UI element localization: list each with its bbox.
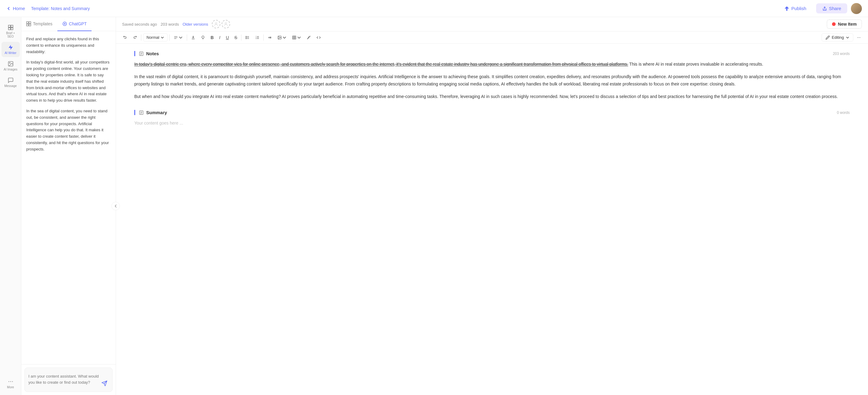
panel-paragraph-2: In the sea of digital content, you need … bbox=[26, 108, 111, 153]
sidebar-item-ai-images[interactable]: AI Images bbox=[2, 58, 20, 73]
share-button[interactable]: Share bbox=[816, 3, 847, 13]
notes-paragraph-2[interactable]: But when and how should you integrate AI… bbox=[134, 93, 850, 100]
topbar-right: Publish Share bbox=[778, 3, 862, 14]
editing-mode-selector[interactable]: Editing bbox=[822, 33, 854, 41]
summary-placeholder[interactable]: Your content goes here ... bbox=[134, 119, 850, 127]
template-label: Template: Notes and Summary bbox=[31, 6, 90, 11]
user-ghost-icon bbox=[214, 22, 219, 27]
notes-paragraph-0-normal-text: This is where AI in real estate proves i… bbox=[629, 62, 763, 66]
older-versions-link[interactable]: Older versions bbox=[183, 22, 208, 27]
notes-paragraph-0[interactable]: In today's digital-centric era, where ev… bbox=[134, 60, 850, 68]
sidebar-item-brief-seo[interactable]: Brief + SEO bbox=[2, 22, 20, 40]
panel-collapse-button[interactable] bbox=[112, 202, 120, 210]
panel-paragraph-1: In today's digital-first world, all your… bbox=[26, 59, 111, 104]
sidebar-item-ai-images-label: AI Images bbox=[4, 68, 18, 71]
summary-section: Summary 0 words Your content goes here .… bbox=[134, 110, 850, 127]
chevron-down-table-icon bbox=[297, 35, 301, 40]
more-options-button[interactable] bbox=[855, 34, 863, 41]
more-icon bbox=[8, 378, 14, 385]
tab-chatgpt[interactable]: ChatGPT bbox=[57, 17, 92, 31]
tab-templates[interactable]: Templates bbox=[21, 17, 57, 31]
notes-word-count: 203 words bbox=[833, 52, 850, 56]
avatar[interactable] bbox=[851, 3, 862, 14]
svg-point-31 bbox=[279, 37, 279, 37]
svg-rect-3 bbox=[8, 28, 10, 30]
summary-section-header: Summary 0 words bbox=[134, 110, 850, 115]
chat-send-button[interactable] bbox=[100, 379, 108, 389]
share-icon bbox=[822, 6, 827, 11]
main-layout: Brief + SEO AI Writer AI Images Message … bbox=[0, 17, 868, 395]
clear-format-icon bbox=[307, 35, 311, 40]
bold-button[interactable]: B bbox=[209, 34, 216, 41]
undo-icon bbox=[123, 35, 127, 40]
code-button[interactable] bbox=[314, 34, 323, 41]
style-selector[interactable]: Normal bbox=[143, 33, 167, 41]
svg-point-36 bbox=[857, 37, 858, 38]
svg-point-8 bbox=[8, 381, 9, 382]
chat-input-area bbox=[21, 364, 116, 395]
highlight-icon bbox=[201, 35, 205, 40]
align-icon bbox=[174, 35, 178, 40]
svg-point-10 bbox=[12, 381, 13, 382]
chevron-down-align-icon bbox=[179, 35, 183, 40]
ordered-list-button[interactable] bbox=[253, 34, 261, 41]
lightning-icon bbox=[8, 44, 14, 50]
highlight-button[interactable] bbox=[199, 34, 207, 41]
sidebar-item-more-label: More bbox=[7, 386, 14, 389]
image-icon bbox=[8, 61, 14, 67]
notes-paragraph-1[interactable]: In the vast realm of digital content, it… bbox=[134, 73, 850, 88]
tab-chatgpt-label: ChatGPT bbox=[69, 21, 87, 26]
user-avatar-ghost-1 bbox=[212, 20, 220, 28]
sidebar-item-more[interactable]: More bbox=[2, 376, 20, 391]
svg-rect-1 bbox=[8, 25, 10, 28]
divider-5 bbox=[264, 34, 264, 40]
new-item-button[interactable]: New Item bbox=[827, 20, 862, 29]
bullet-list-button[interactable] bbox=[243, 34, 252, 41]
formatting-toolbar: Normal B I U S bbox=[116, 31, 868, 44]
svg-rect-12 bbox=[29, 22, 31, 24]
sidebar-item-ai-writer[interactable]: AI Writer bbox=[2, 42, 20, 57]
sidebar-item-message[interactable]: Message bbox=[2, 75, 20, 90]
chatgpt-icon bbox=[62, 21, 67, 26]
undo-button[interactable] bbox=[121, 34, 129, 41]
home-label: Home bbox=[13, 6, 25, 11]
text-color-icon bbox=[191, 35, 195, 40]
image-button[interactable] bbox=[275, 34, 289, 41]
user-avatars bbox=[212, 20, 230, 28]
divider-1 bbox=[141, 34, 141, 40]
panel-content: Find and replace any clichés found in th… bbox=[21, 31, 116, 364]
notes-paragraph-0-underline-text: In today's digital-centric era, where ev… bbox=[134, 62, 628, 66]
publish-icon bbox=[784, 6, 789, 11]
user-avatar-ghost-2 bbox=[222, 20, 230, 28]
table-button[interactable] bbox=[290, 34, 303, 41]
svg-point-9 bbox=[10, 381, 11, 382]
divider-3 bbox=[187, 34, 187, 40]
svg-point-16 bbox=[215, 23, 217, 24]
user-ghost-icon-2 bbox=[223, 22, 228, 27]
svg-point-17 bbox=[225, 23, 226, 24]
home-link[interactable]: Home bbox=[6, 6, 25, 11]
chat-input[interactable] bbox=[28, 373, 100, 389]
editing-pencil-icon bbox=[826, 35, 830, 40]
template-name: Notes and Summary bbox=[51, 6, 90, 11]
redo-button[interactable] bbox=[131, 34, 139, 41]
sidebar-item-ai-writer-label: AI Writer bbox=[5, 51, 17, 55]
svg-marker-0 bbox=[785, 6, 789, 10]
image-toolbar-icon bbox=[277, 35, 282, 40]
notes-section: Notes 203 words In today's digital-centr… bbox=[134, 51, 850, 100]
align-button[interactable] bbox=[172, 34, 185, 41]
publish-button[interactable]: Publish bbox=[778, 3, 812, 14]
chevron-down-editing-icon bbox=[846, 36, 849, 39]
svg-rect-11 bbox=[27, 22, 28, 24]
svg-marker-5 bbox=[8, 45, 12, 50]
chevron-left-icon bbox=[6, 6, 11, 11]
topbar: Home Template: Notes and Summary Publish… bbox=[0, 0, 868, 17]
send-icon bbox=[101, 381, 107, 387]
clear-format-button[interactable] bbox=[305, 34, 313, 41]
text-color-button[interactable] bbox=[189, 34, 197, 41]
underline-button[interactable]: U bbox=[224, 34, 231, 41]
strikethrough-button[interactable]: S bbox=[232, 34, 239, 41]
italic-button[interactable]: I bbox=[217, 34, 222, 41]
indent-button[interactable] bbox=[266, 34, 274, 41]
svg-point-21 bbox=[246, 36, 247, 37]
